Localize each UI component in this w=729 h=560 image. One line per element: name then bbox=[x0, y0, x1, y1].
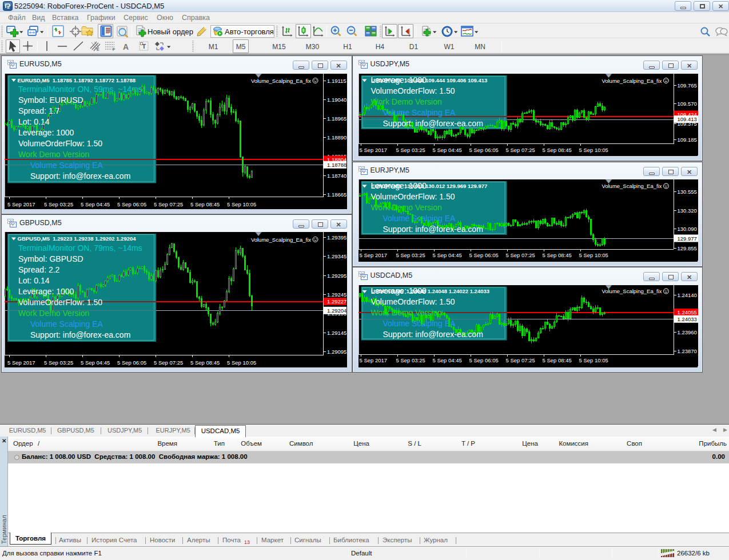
svg-text:Support: info@forex-ea.com: Support: info@forex-ea.com bbox=[383, 330, 483, 339]
svg-text:5 Sep 2017: 5 Sep 2017 bbox=[7, 201, 35, 207]
svg-text:5 Sep 08:45: 5 Sep 08:45 bbox=[542, 146, 571, 153]
svg-text:5 Sep 07:25: 5 Sep 07:25 bbox=[505, 252, 535, 258]
svg-text:Support: info@forex-ea.com: Support: info@forex-ea.com bbox=[383, 118, 483, 127]
svg-text:5 Sep 06:05: 5 Sep 06:05 bbox=[469, 357, 498, 363]
svg-text:5 Sep 04:45: 5 Sep 04:45 bbox=[432, 252, 461, 258]
svg-text:TerminalMonitor ON, 79ms, ~14m: TerminalMonitor ON, 79ms, ~14ms bbox=[18, 243, 142, 253]
svg-text:5 Sep 08:45: 5 Sep 08:45 bbox=[542, 357, 571, 363]
svg-text:Leverage: 1000: Leverage: 1000 bbox=[18, 128, 74, 137]
svg-text:VolumeOrderFlow: 1.50: VolumeOrderFlow: 1.50 bbox=[371, 297, 455, 306]
svg-text:5 Sep 04:45: 5 Sep 04:45 bbox=[81, 201, 110, 207]
svg-text:Spread: 2.2: Spread: 2.2 bbox=[18, 265, 60, 274]
svg-text:5 Sep 08:45: 5 Sep 08:45 bbox=[542, 252, 571, 258]
svg-text:Lot: 0.14: Lot: 0.14 bbox=[18, 117, 50, 126]
svg-text:Leverage: 1000: Leverage: 1000 bbox=[371, 286, 427, 295]
svg-text:109.570: 109.570 bbox=[677, 101, 696, 107]
svg-text:Volume_Scalping_Ea_fix: Volume_Scalping_Ea_fix bbox=[601, 77, 662, 83]
svg-text:1.23870: 1.23870 bbox=[677, 347, 696, 354]
svg-text:5 Sep 10:05: 5 Sep 10:05 bbox=[227, 359, 256, 366]
svg-text:5 Sep 2017: 5 Sep 2017 bbox=[7, 359, 35, 366]
svg-text:5 Sep 06:05: 5 Sep 06:05 bbox=[469, 146, 498, 153]
svg-text:GBPUSD,M5 1.29223 1.29238 1.2: GBPUSD,M5 1.29223 1.29238 1.29202 1.2920… bbox=[18, 235, 137, 242]
svg-text:Volume_Scalping_Ea_fix: Volume_Scalping_Ea_fix bbox=[251, 77, 311, 83]
svg-text:1.29245: 1.29245 bbox=[327, 291, 346, 298]
svg-text:E: E bbox=[97, 47, 99, 51]
svg-text:5 Sep 03:25: 5 Sep 03:25 bbox=[396, 357, 425, 363]
svg-text:1.29395: 1.29395 bbox=[327, 234, 346, 241]
svg-text:1.29095: 1.29095 bbox=[327, 349, 346, 355]
svg-text:1.29145: 1.29145 bbox=[327, 330, 346, 336]
svg-text:5 Sep 2017: 5 Sep 2017 bbox=[359, 357, 387, 363]
svg-text:Support: info@forex-ea.com: Support: info@forex-ea.com bbox=[30, 330, 130, 339]
svg-text:Volume Scalping EA: Volume Scalping EA bbox=[383, 107, 456, 117]
svg-text:109.413: 109.413 bbox=[677, 116, 696, 122]
svg-text:5 Sep 07:25: 5 Sep 07:25 bbox=[154, 201, 183, 207]
svg-text:5 Sep 07:25: 5 Sep 07:25 bbox=[505, 146, 535, 153]
svg-text:129.855: 129.855 bbox=[677, 245, 696, 251]
svg-text:VolumeOrderFlow: 1.50: VolumeOrderFlow: 1.50 bbox=[18, 298, 102, 307]
svg-text:Work Demo Version: Work Demo Version bbox=[371, 97, 441, 106]
svg-text:1.29345: 1.29345 bbox=[327, 253, 346, 259]
svg-text:VolumeOrderFlow: 1.50: VolumeOrderFlow: 1.50 bbox=[18, 139, 102, 148]
svg-text:109.185: 109.185 bbox=[677, 137, 696, 143]
svg-text:1.23960: 1.23960 bbox=[677, 329, 696, 335]
svg-text:5 Sep 08:45: 5 Sep 08:45 bbox=[190, 201, 220, 207]
svg-text:5 Sep 07:25: 5 Sep 07:25 bbox=[154, 359, 183, 366]
svg-text:5 Sep 03:25: 5 Sep 03:25 bbox=[44, 201, 73, 207]
svg-text:5 Sep 10:05: 5 Sep 10:05 bbox=[227, 201, 256, 207]
svg-text:Leverage: 1000: Leverage: 1000 bbox=[371, 181, 427, 190]
svg-text:5 Sep 10:05: 5 Sep 10:05 bbox=[579, 252, 608, 258]
svg-text:1.29204: 1.29204 bbox=[327, 307, 346, 314]
svg-text:1.29227: 1.29227 bbox=[327, 298, 346, 305]
svg-text:VolumeOrderFlow: 1.50: VolumeOrderFlow: 1.50 bbox=[371, 86, 455, 95]
svg-text:5 Sep 03:25: 5 Sep 03:25 bbox=[44, 359, 73, 366]
svg-text:Leverage: 1000: Leverage: 1000 bbox=[371, 75, 427, 84]
svg-text:Volume Scalping EA: Volume Scalping EA bbox=[383, 319, 456, 328]
svg-text:Leverage: 1000: Leverage: 1000 bbox=[18, 287, 74, 296]
svg-text:Work Demo Version: Work Demo Version bbox=[18, 309, 89, 318]
svg-text:TerminalMonitor ON, 59ms, ~14m: TerminalMonitor ON, 59ms, ~14ms bbox=[18, 85, 142, 94]
svg-text:129.977: 129.977 bbox=[677, 235, 696, 242]
svg-text:1.24055: 1.24055 bbox=[677, 309, 696, 315]
svg-text:5 Sep 2017: 5 Sep 2017 bbox=[359, 146, 387, 153]
svg-text:EURUSD,M5 1.18785 1.18792 1.1: EURUSD,M5 1.18785 1.18792 1.18772 1.1878… bbox=[18, 77, 136, 83]
svg-text:Work Demo Version: Work Demo Version bbox=[371, 308, 441, 317]
svg-text:Volume Scalping EA: Volume Scalping EA bbox=[30, 161, 103, 170]
svg-text:130.320: 130.320 bbox=[677, 207, 696, 214]
svg-text:1.19040: 1.19040 bbox=[327, 96, 346, 102]
svg-text:130.090: 130.090 bbox=[677, 226, 696, 232]
svg-text:Symbol: EURUSD: Symbol: EURUSD bbox=[18, 95, 83, 105]
svg-text:F: F bbox=[113, 47, 115, 51]
svg-text:1.24033: 1.24033 bbox=[677, 315, 696, 322]
svg-text:1.29295: 1.29295 bbox=[327, 273, 346, 279]
svg-text:5 Sep 08:45: 5 Sep 08:45 bbox=[190, 359, 220, 366]
svg-text:1.18965: 1.18965 bbox=[327, 115, 346, 122]
svg-text:5 Sep 04:45: 5 Sep 04:45 bbox=[81, 359, 110, 366]
svg-text:1.24140: 1.24140 bbox=[677, 292, 696, 298]
svg-text:Work Demo Version: Work Demo Version bbox=[18, 150, 89, 159]
svg-text:Work Demo Version: Work Demo Version bbox=[371, 203, 441, 212]
svg-text:Support: info@forex-ea.com: Support: info@forex-ea.com bbox=[30, 171, 130, 181]
svg-text:1.19115: 1.19115 bbox=[327, 77, 346, 83]
svg-text:1.18740: 1.18740 bbox=[327, 172, 346, 178]
svg-text:5 Sep 2017: 5 Sep 2017 bbox=[359, 252, 387, 258]
svg-text:109.765: 109.765 bbox=[677, 82, 696, 89]
svg-text:Volume Scalping EA: Volume Scalping EA bbox=[30, 319, 103, 329]
svg-text:5 Sep 06:05: 5 Sep 06:05 bbox=[117, 359, 146, 366]
svg-text:1.18890: 1.18890 bbox=[327, 134, 346, 141]
svg-text:Symbol: GBPUSD: Symbol: GBPUSD bbox=[18, 254, 83, 263]
svg-text:5 Sep 06:05: 5 Sep 06:05 bbox=[117, 201, 146, 207]
svg-text:Volume_Scalping_Ea_fix: Volume_Scalping_Ea_fix bbox=[601, 288, 662, 294]
svg-text:1.18788: 1.18788 bbox=[327, 161, 346, 167]
svg-text:5 Sep 03:25: 5 Sep 03:25 bbox=[396, 252, 425, 258]
svg-text:5 Sep 06:05: 5 Sep 06:05 bbox=[469, 252, 498, 258]
svg-text:5 Sep 10:05: 5 Sep 10:05 bbox=[579, 146, 608, 153]
svg-text:Volume_Scalping_Ea_fix: Volume_Scalping_Ea_fix bbox=[601, 183, 662, 189]
svg-text:Lot: 0.14: Lot: 0.14 bbox=[18, 276, 50, 285]
svg-text:5 Sep 10:05: 5 Sep 10:05 bbox=[579, 357, 608, 363]
svg-text:Volume_Scalping_Ea_fix: Volume_Scalping_Ea_fix bbox=[251, 237, 311, 243]
svg-text:5 Sep 03:25: 5 Sep 03:25 bbox=[396, 146, 425, 153]
svg-text:5 Sep 04:45: 5 Sep 04:45 bbox=[432, 146, 461, 153]
svg-text:Spread: 1.7: Spread: 1.7 bbox=[18, 106, 60, 115]
svg-text:Volume Scalping EA: Volume Scalping EA bbox=[383, 214, 456, 223]
